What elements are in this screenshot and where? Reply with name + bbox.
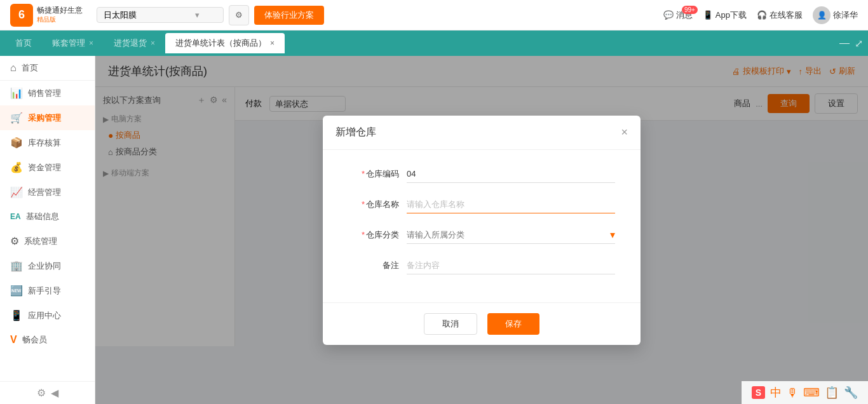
bottom-bar: S 中 🎙 ⌨ 📋 🔧	[742, 381, 868, 404]
vip-icon: V	[10, 334, 17, 346]
sidebar-label-enterprise: 企业协同	[28, 260, 61, 272]
sidebar-settings-icon[interactable]: ⚙	[37, 387, 46, 399]
sidebar-label-vip: 畅会员	[22, 334, 47, 346]
category-label: 仓库分类	[348, 229, 399, 241]
sidebar-item-vip[interactable]: V 畅会员	[0, 328, 95, 352]
notification-item[interactable]: 💬 消息 99+	[663, 10, 693, 21]
bottom-mic-icon[interactable]: 🎙	[787, 386, 798, 400]
name-label: 仓库名称	[348, 199, 399, 210]
enterprise-icon: 🏢	[10, 260, 23, 272]
sidebar-item-operations[interactable]: 📈 经营管理	[0, 180, 95, 205]
sidebar: ⌂ 首页 📊 销售管理 🛒 采购管理 📦 库存核算 💰 资金管理 📈 经营管理 …	[0, 56, 95, 404]
search-area: ▾ ⚙ 体验行业方案	[97, 5, 653, 25]
sidebar-label-newbie: 新手引导	[28, 285, 61, 297]
save-button[interactable]: 保存	[487, 313, 539, 335]
tab-stats-close-icon[interactable]: ×	[270, 39, 275, 48]
sidebar-item-finance[interactable]: 💰 资金管理	[0, 155, 95, 180]
sidebar-item-home[interactable]: ⌂ 首页	[0, 56, 95, 80]
bottom-zh-icon[interactable]: 中	[770, 385, 782, 400]
app-download-item[interactable]: 📱 App下载	[703, 10, 747, 21]
sidebar-item-enterprise[interactable]: 🏢 企业协同	[0, 253, 95, 278]
code-label: 仓库编码	[348, 168, 399, 180]
online-service-item[interactable]: 🎧 在线客服	[757, 10, 803, 21]
sidebar-label-sales: 销售管理	[28, 88, 61, 99]
cancel-button[interactable]: 取消	[424, 313, 477, 335]
logo-icon: 6	[10, 4, 33, 27]
sidebar-arrow-icon[interactable]: ◀	[51, 387, 58, 399]
sidebar-item-app[interactable]: 📱 应用中心	[0, 303, 95, 328]
phone-icon: 📱	[703, 10, 713, 20]
home-icon: ⌂	[10, 62, 17, 74]
bottom-tools-icon[interactable]: 🔧	[844, 386, 858, 400]
user-item[interactable]: 👤 徐泽华	[813, 6, 858, 24]
dialog-close-icon[interactable]: ×	[621, 126, 628, 139]
tab-account-label: 账套管理	[52, 37, 85, 49]
sidebar-bottom: ⚙ ◀	[0, 381, 95, 404]
tab-home-label: 首页	[15, 37, 32, 49]
topbar: 6 畅捷通好生意 精品版 ▾ ⚙ 体验行业方案 💬 消息 99+ 📱 App下载…	[0, 0, 868, 30]
sidebar-item-newbie[interactable]: 🆕 新手引导	[0, 278, 95, 303]
tab-return[interactable]: 进货退货 ×	[104, 33, 165, 53]
logo-title: 畅捷通好生意	[37, 6, 83, 16]
dropdown-arrow-icon[interactable]: ▾	[195, 10, 200, 20]
basic-icon: EA	[10, 212, 21, 221]
sidebar-item-inventory[interactable]: 📦 库存核算	[0, 130, 95, 155]
category-input[interactable]	[407, 226, 610, 243]
newbie-icon: 🆕	[10, 285, 23, 297]
finance-icon: 💰	[10, 161, 23, 173]
tab-actions: — ⤢	[839, 37, 863, 50]
tab-expand-icon[interactable]: ⤢	[855, 37, 863, 50]
name-input[interactable]	[407, 196, 615, 213]
app-download-label: App下载	[715, 10, 747, 21]
notification-badge: 99+	[682, 6, 698, 14]
remark-input[interactable]	[407, 257, 615, 274]
tab-minimize-icon[interactable]: —	[839, 37, 850, 49]
tab-account[interactable]: 账套管理 ×	[42, 33, 104, 53]
settings-icon[interactable]: ⚙	[229, 5, 249, 25]
dialog-new-warehouse: 新增仓库 × 仓库编码 仓库名称 仓库分类	[323, 116, 641, 345]
category-arrow-icon[interactable]: ▾	[610, 229, 615, 241]
dialog-body: 仓库编码 仓库名称 仓库分类 ▾	[323, 150, 641, 302]
tabbar: 首页 账套管理 × 进货退货 × 进货单统计表（按商品） × — ⤢	[0, 30, 868, 56]
tab-stats[interactable]: 进货单统计表（按商品） ×	[165, 33, 285, 53]
category-select-wrap: ▾	[407, 226, 615, 244]
experience-button[interactable]: 体验行业方案	[254, 6, 324, 25]
bottom-clipboard-icon[interactable]: 📋	[825, 386, 839, 400]
form-row-category: 仓库分类 ▾	[348, 226, 615, 244]
username-label: 徐泽华	[833, 10, 858, 21]
tab-home[interactable]: 首页	[5, 33, 42, 53]
form-row-name: 仓库名称	[348, 196, 615, 213]
dialog-footer: 取消 保存	[323, 302, 641, 345]
sidebar-label-system: 系统管理	[24, 236, 57, 247]
dialog-header: 新增仓库 ×	[323, 116, 641, 150]
bottom-keyboard-icon[interactable]: ⌨	[803, 386, 820, 400]
search-wrap[interactable]: ▾	[97, 7, 224, 23]
purchase-icon: 🛒	[10, 112, 23, 124]
main-layout: ⌂ 首页 📊 销售管理 🛒 采购管理 📦 库存核算 💰 资金管理 📈 经营管理 …	[0, 56, 868, 404]
online-service-label: 在线客服	[770, 10, 803, 21]
sidebar-item-sales[interactable]: 📊 销售管理	[0, 81, 95, 105]
operations-icon: 📈	[10, 186, 23, 198]
tab-return-close-icon[interactable]: ×	[151, 39, 155, 48]
sidebar-label-home: 首页	[22, 62, 38, 74]
form-row-remark: 备注	[348, 257, 615, 274]
search-input[interactable]	[104, 10, 193, 20]
sidebar-item-basic[interactable]: EA 基础信息	[0, 205, 95, 229]
message-icon: 💬	[663, 10, 674, 20]
code-input[interactable]	[407, 165, 615, 183]
bottom-s-icon: S	[752, 386, 765, 399]
logo: 6 畅捷通好生意 精品版	[10, 4, 86, 27]
dialog-title: 新增仓库	[336, 126, 376, 139]
tab-account-close-icon[interactable]: ×	[89, 39, 93, 48]
form-row-code: 仓库编码	[348, 165, 615, 183]
remark-label: 备注	[348, 260, 399, 271]
tab-return-label: 进货退货	[114, 37, 147, 49]
content-area: 进货单统计(按商品) 🖨 按模板打印 ▾ ↑ 导出 ↺ 刷新	[95, 56, 868, 404]
sidebar-label-finance: 资金管理	[28, 162, 61, 173]
sidebar-item-system[interactable]: ⚙ 系统管理	[0, 229, 95, 253]
sidebar-item-purchase[interactable]: 🛒 采购管理	[0, 105, 95, 130]
app-icon: 📱	[10, 309, 23, 321]
sidebar-label-operations: 经营管理	[28, 187, 61, 198]
headset-icon: 🎧	[757, 10, 767, 20]
topbar-right: 💬 消息 99+ 📱 App下载 🎧 在线客服 👤 徐泽华	[663, 6, 858, 24]
